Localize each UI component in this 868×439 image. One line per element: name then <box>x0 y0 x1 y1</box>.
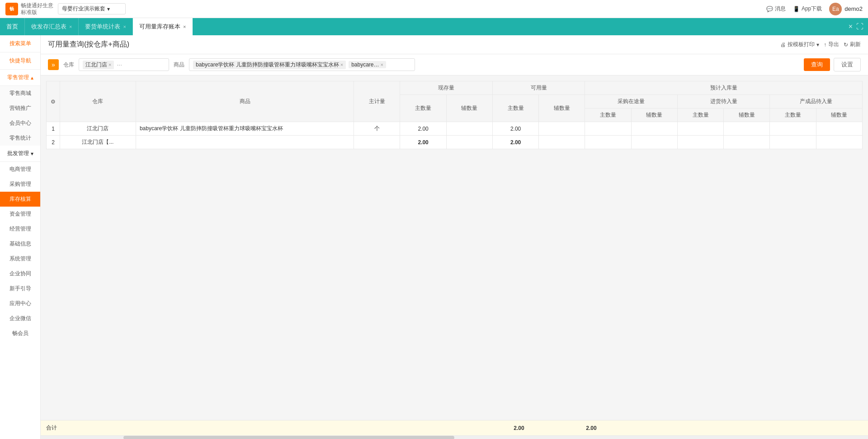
content-area: 可用量查询(按仓库+商品) 🖨 按模板打印 ▾ ↑ 导出 ↻ 刷新 » <box>41 35 868 439</box>
col-current-main-header: 主数量 <box>400 95 446 122</box>
sidebar-item-purchase[interactable]: 采购管理 <box>0 177 40 192</box>
filter-bar: » 仓库 江北门店 × ··· 商品 babycare学饮杯 儿童防摔防撞吸管杯… <box>41 54 868 76</box>
cell-incoming-sub-1 <box>724 122 770 136</box>
page-actions: 🖨 按模板打印 ▾ ↑ 导出 ↻ 刷新 <box>780 41 861 48</box>
table-footer: 合计 2.00 2.00 <box>41 420 868 435</box>
cell-current-main-2: 2.00 <box>400 136 446 149</box>
cell-goods-1: babycare学饮杯 儿童防摔防撞吸管杯重力球吸嘴杯宝宝水杯 <box>136 122 354 136</box>
group-available-header: 可用量 <box>492 81 585 95</box>
print-chevron-icon: ▾ <box>816 42 819 48</box>
table-row: 1 江北门店 babycare学饮杯 儿童防摔防撞吸管杯重力球吸嘴杯宝宝水杯 个… <box>47 122 863 136</box>
logo-area: 畅 畅捷通好生意 标准版 <box>5 2 53 15</box>
col-avail-sub-header: 辅数量 <box>539 95 585 122</box>
sidebar-item-chang-member[interactable]: 畅会员 <box>0 326 40 341</box>
table-header-row-1: ⚙ 仓库 商品 主计量 现存量 可用量 预计入库量 <box>47 81 863 95</box>
close-tab-order-stat[interactable]: × <box>123 24 126 29</box>
chevron-up-icon: ▴ <box>31 75 33 81</box>
col-production-sub-header: 辅数量 <box>816 109 862 122</box>
sidebar-item-marketing[interactable]: 营销推广 <box>0 101 40 116</box>
cell-purchase-sub-1 <box>631 122 677 136</box>
tab-summary[interactable]: 收发存汇总表 × <box>25 18 79 35</box>
table-row: 2 江北门店【... 2.00 2.00 <box>47 136 863 149</box>
horizontal-scrollbar[interactable] <box>41 435 868 439</box>
cell-purchase-main-2 <box>585 136 631 149</box>
export-btn[interactable]: ↑ 导出 <box>824 41 839 48</box>
sidebar-item-operation[interactable]: 经营管理 <box>0 222 40 236</box>
col-avail-main-header: 主数量 <box>492 95 538 122</box>
sidebar: 搜索菜单 快捷导航 零售管理 ▴ 零售商城 营销推广 会员中心 零售统计 批发管… <box>0 35 41 439</box>
message-action[interactable]: 💬 消息 <box>766 5 786 13</box>
page-header: 可用量查询(按仓库+商品) 🖨 按模板打印 ▾ ↑ 导出 ↻ 刷新 <box>41 35 868 54</box>
remove-warehouse-tag[interactable]: × <box>108 62 111 67</box>
close-tab-available-stock[interactable]: × <box>183 24 186 29</box>
export-icon: ↑ <box>824 42 826 48</box>
data-table: ⚙ 仓库 商品 主计量 现存量 可用量 预计入库量 主数量 辅数量 主数量 辅数… <box>46 81 863 149</box>
group-incoming-header: 进货待入量 <box>677 95 770 109</box>
sidebar-item-retail-stat[interactable]: 零售统计 <box>0 131 40 146</box>
cell-unit-1: 个 <box>354 122 400 136</box>
filter-more-btn[interactable]: ··· <box>117 61 122 68</box>
table-container[interactable]: ⚙ 仓库 商品 主计量 现存量 可用量 预计入库量 主数量 辅数量 主数量 辅数… <box>41 76 868 420</box>
goods-tag-2: babycare… × <box>349 61 386 68</box>
refresh-btn[interactable]: ↻ 刷新 <box>844 41 861 48</box>
goods-tag-1: babycare学饮杯 儿童防摔防撞吸管杯重力球吸嘴杯宝宝水杯 × <box>193 61 346 69</box>
print-btn[interactable]: 🖨 按模板打印 ▾ <box>780 41 819 48</box>
sidebar-item-wholesale[interactable]: 批发管理 ▾ <box>0 146 40 162</box>
sidebar-item-member[interactable]: 会员中心 <box>0 116 40 131</box>
remove-goods-tag-1[interactable]: × <box>340 62 343 67</box>
tab-order-stat[interactable]: 要货单统计表 × <box>79 18 132 35</box>
col-incoming-main-header: 主数量 <box>677 109 723 122</box>
refresh-icon: ↻ <box>844 42 848 48</box>
user-area[interactable]: Ea demo2 <box>829 3 863 15</box>
sidebar-item-inventory[interactable]: 库存核算 <box>0 192 40 207</box>
print-icon: 🖨 <box>780 42 786 48</box>
expand-icon[interactable]: ⛶ <box>856 23 863 31</box>
goods-label: 商品 <box>174 61 184 69</box>
cell-no-1: 1 <box>47 122 60 136</box>
template-selector[interactable]: 母婴行业演示账套 ▾ <box>58 3 126 14</box>
warehouse-label: 仓库 <box>63 61 74 69</box>
app-download-action[interactable]: 📱 App下载 <box>793 5 822 13</box>
footer-label: 合计 <box>46 424 87 432</box>
close-all-tabs-icon[interactable]: × <box>849 23 853 31</box>
filter-actions: 查询 设置 <box>804 58 861 71</box>
tab-available-stock[interactable]: 可用量库存账本 × <box>133 18 193 35</box>
col-purchase-main-header: 主数量 <box>585 109 631 122</box>
cell-no-2: 2 <box>47 136 60 149</box>
sidebar-item-finance[interactable]: 资金管理 <box>0 207 40 222</box>
warehouse-filter-area[interactable]: 江北门店 × ··· <box>79 58 169 71</box>
cell-production-main-1 <box>770 122 816 136</box>
col-current-sub-header: 辅数量 <box>446 95 492 122</box>
cell-current-sub-2 <box>446 136 492 149</box>
sidebar-item-system[interactable]: 系统管理 <box>0 251 40 266</box>
sidebar-item-app-center[interactable]: 应用中心 <box>0 296 40 311</box>
cell-production-sub-1 <box>816 122 862 136</box>
scroll-thumb[interactable] <box>123 436 454 439</box>
col-setting-header[interactable]: ⚙ <box>47 81 60 122</box>
cell-avail-main-2: 2.00 <box>492 136 538 149</box>
sidebar-item-base-info[interactable]: 基础信息 <box>0 236 40 251</box>
sidebar-item-wechat[interactable]: 企业微信 <box>0 311 40 326</box>
close-tab-summary[interactable]: × <box>69 24 72 29</box>
sidebar-item-ecom[interactable]: 电商管理 <box>0 162 40 177</box>
query-button[interactable]: 查询 <box>804 58 830 71</box>
goods-filter-area[interactable]: babycare学饮杯 儿童防摔防撞吸管杯重力球吸嘴杯宝宝水杯 × babyca… <box>189 58 415 71</box>
col-purchase-sub-header: 辅数量 <box>631 109 677 122</box>
remove-goods-tag-2[interactable]: × <box>381 62 383 67</box>
sidebar-search[interactable]: 搜索菜单 <box>0 35 40 52</box>
username[interactable]: demo2 <box>844 5 863 12</box>
logo-icon: 畅 <box>5 3 18 15</box>
col-production-main-header: 主数量 <box>770 109 816 122</box>
setting-button[interactable]: 设置 <box>834 58 861 71</box>
sidebar-item-collab[interactable]: 企业协同 <box>0 266 40 281</box>
tab-home[interactable]: 首页 <box>0 18 25 35</box>
sidebar-item-retail-mall[interactable]: 零售商城 <box>0 86 40 101</box>
sidebar-item-newbie[interactable]: 新手引导 <box>0 281 40 296</box>
sidebar-quick-nav[interactable]: 快捷导航 <box>0 52 40 70</box>
cell-production-main-2 <box>770 136 816 149</box>
filter-toggle-btn[interactable]: » <box>48 59 59 70</box>
chevron-down-icon: ▾ <box>107 6 110 12</box>
sidebar-item-retail[interactable]: 零售管理 ▴ <box>0 70 40 86</box>
cell-unit-2 <box>354 136 400 149</box>
top-bar: 畅 畅捷通好生意 标准版 母婴行业演示账套 ▾ 💬 消息 📱 App下载 Ea … <box>0 0 868 18</box>
